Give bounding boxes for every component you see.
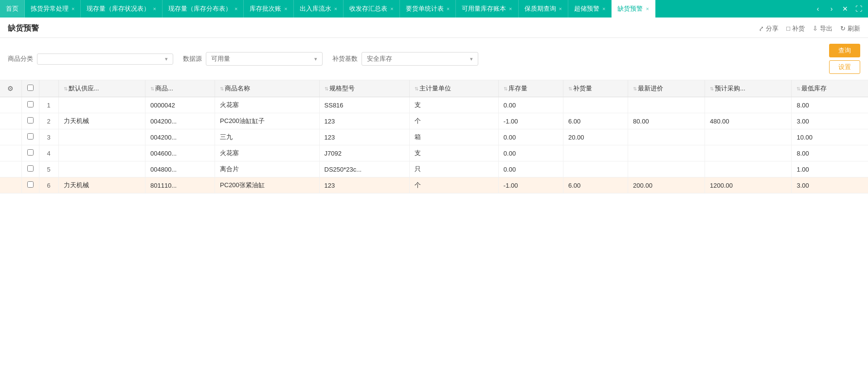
nav-tab-close-overstock[interactable]: × [602, 6, 605, 12]
col-code-header[interactable]: ⇅商品... [145, 80, 215, 97]
row-min-stock-5: 3.00 [792, 177, 868, 194]
col-name-header[interactable]: ⇅商品名称 [215, 80, 319, 97]
nav-tab-close-receive-summary[interactable]: × [390, 6, 393, 12]
nav-tab-close-inventory-status[interactable]: × [153, 6, 156, 12]
nav-tab-receive-summary[interactable]: 收发存汇总表× [344, 0, 399, 18]
col-replenish-header[interactable]: ⇅补货量 [563, 80, 628, 97]
row-unit-3: 支 [410, 145, 499, 161]
row-checkbox-4[interactable] [27, 165, 34, 172]
export-action[interactable]: ⇩ 导出 [813, 24, 832, 33]
row-checkbox-1[interactable] [27, 117, 34, 123]
row-check-2[interactable] [21, 129, 39, 145]
row-check-5[interactable] [21, 177, 39, 194]
replenish-icon: □ [786, 25, 790, 32]
category-select[interactable]: ▾ [37, 53, 173, 65]
row-min-stock-2: 10.00 [792, 129, 868, 145]
nav-tab-overstock[interactable]: 超储预警× [568, 0, 612, 18]
nav-next-btn[interactable]: › [825, 2, 838, 15]
nav-tab-expiry-query[interactable]: 保质期查询× [519, 0, 568, 18]
col-unit-header[interactable]: ⇅主计量单位 [410, 80, 499, 97]
refresh-action[interactable]: ↻ 刷新 [840, 24, 860, 33]
col-check-header[interactable] [21, 80, 39, 97]
nav-tab-close-shortage[interactable]: × [646, 6, 649, 12]
nav-tab-close-batch-account[interactable]: × [284, 6, 287, 12]
nav-tab-abnormal[interactable]: 拣货异常处理× [25, 0, 81, 18]
table-row: 5 004800... 离合片 DS250*23c... 只 0.00 1.00 [0, 161, 868, 177]
settings-button[interactable]: 设置 [829, 60, 860, 74]
nav-tab-inventory-status[interactable]: 现存量（库存状况表）× [81, 0, 162, 18]
col-supplier-header[interactable]: ⇅默认供应... [58, 80, 145, 97]
query-button[interactable]: 查询 [829, 44, 860, 57]
replenish-sort-icon: ⇅ [568, 86, 572, 91]
replenish-action[interactable]: □ 补货 [786, 24, 805, 33]
filter-bar: 商品分类 ▾ 数据源 可用量 ▾ 补货基数 安全库存 ▾ 查询 设置 [0, 38, 868, 80]
col-gear-header[interactable]: ⚙ [0, 80, 21, 97]
nav-tab-demand-stat[interactable]: 要货单统计表× [400, 0, 456, 18]
nav-prev-btn[interactable]: ‹ [812, 2, 824, 15]
replenish-label: 补货 [792, 24, 805, 33]
nav-close-btn[interactable]: ✕ [839, 2, 851, 15]
nav-tab-available-ledger[interactable]: 可用量库存账本× [456, 0, 518, 18]
row-est-purchase-3 [705, 145, 792, 161]
col-latest-price-header[interactable]: ⇅最新进价 [628, 80, 705, 97]
row-checkbox-3[interactable] [27, 149, 34, 156]
row-unit-0: 支 [410, 97, 499, 113]
row-replenish-2: 20.00 [563, 129, 628, 145]
row-latest-price-1: 80.00 [628, 113, 705, 129]
nav-tab-close-inventory-dist[interactable]: × [235, 6, 237, 12]
nav-tab-home[interactable]: 首页 [0, 0, 25, 18]
table-row: 1 0000042 火花塞 SS816 支 0.00 8.00 [0, 97, 868, 113]
row-check-1[interactable] [21, 113, 39, 129]
row-latest-price-5: 200.00 [628, 177, 705, 194]
row-check-4[interactable] [21, 161, 39, 177]
row-replenish-5: 6.00 [563, 177, 628, 194]
nav-tab-close-available-ledger[interactable]: × [509, 6, 512, 12]
row-latest-price-0 [628, 97, 705, 113]
row-checkbox-2[interactable] [27, 133, 34, 140]
row-check-3[interactable] [21, 145, 39, 161]
gear-icon[interactable]: ⚙ [5, 85, 17, 92]
row-est-purchase-5: 1200.00 [705, 177, 792, 194]
col-min-stock-header[interactable]: ⇅最低库存 [792, 80, 868, 97]
nav-tab-batch-account[interactable]: 库存批次账× [244, 0, 293, 18]
row-supplier-0 [58, 97, 145, 113]
nav-tab-close-demand-stat[interactable]: × [447, 6, 450, 12]
name-sort-icon: ⇅ [220, 86, 224, 91]
page-title: 缺货预警 [8, 23, 39, 34]
row-stock-0: 0.00 [498, 97, 563, 113]
row-spec-2: 123 [319, 129, 410, 145]
row-spec-0: SS816 [319, 97, 410, 113]
datasource-select[interactable]: 可用量 ▾ [206, 52, 323, 66]
share-action[interactable]: ⤤ 分享 [759, 24, 778, 33]
top-nav: 首页拣货异常处理×现存量（库存状况表）×现存量（库存分布表）×库存批次账×出入库… [0, 0, 868, 18]
row-code-4: 004800... [145, 161, 215, 177]
nav-tab-inventory-dist[interactable]: 现存量（库存分布表）× [163, 0, 244, 18]
row-checkbox-0[interactable] [27, 101, 34, 107]
row-spec-5: 123 [319, 177, 410, 194]
row-index-3: 4 [39, 145, 58, 161]
row-code-1: 004200... [145, 113, 215, 129]
col-est-purchase-header[interactable]: ⇅预计采购... [705, 80, 792, 97]
nav-tab-close-abnormal[interactable]: × [72, 6, 74, 12]
nav-tab-inout-flow[interactable]: 出入库流水× [294, 0, 344, 18]
row-gear-2 [0, 129, 21, 145]
row-unit-4: 只 [410, 161, 499, 177]
select-all-checkbox[interactable] [27, 85, 34, 91]
row-gear-4 [0, 161, 21, 177]
nav-tab-close-expiry-query[interactable]: × [559, 6, 562, 12]
col-stock-header[interactable]: ⇅库存量 [498, 80, 563, 97]
page-header: 缺货预警 ⤤ 分享 □ 补货 ⇩ 导出 ↻ 刷新 [0, 18, 868, 38]
nav-fullscreen-btn[interactable]: ⛶ [852, 2, 865, 15]
replenish-basis-select[interactable]: 安全库存 ▾ [362, 52, 478, 66]
row-index-4: 5 [39, 161, 58, 177]
row-check-0[interactable] [21, 97, 39, 113]
col-spec-header[interactable]: ⇅规格型号 [319, 80, 410, 97]
row-latest-price-2 [628, 129, 705, 145]
page-content: 缺货预警 ⤤ 分享 □ 补货 ⇩ 导出 ↻ 刷新 商品分类 [0, 18, 868, 387]
nav-tab-shortage[interactable]: 缺货预警× [612, 0, 655, 18]
datasource-filter-label: 数据源 [183, 54, 202, 63]
row-est-purchase-2 [705, 129, 792, 145]
row-checkbox-5[interactable] [27, 181, 34, 188]
replenish-basis-filter-group: 补货基数 安全库存 ▾ [332, 52, 478, 66]
nav-tab-close-inout-flow[interactable]: × [334, 6, 337, 12]
